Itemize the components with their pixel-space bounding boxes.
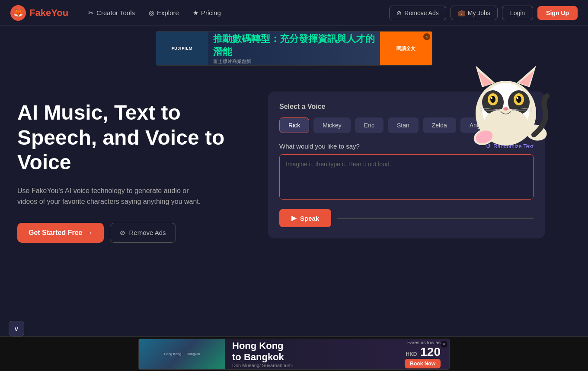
remove-ads-hero-icon: ⊘ [120,229,125,237]
navbar: 🦊 FakeYou ✂ Creator Tools ◎ Explore ★ Pr… [0,0,588,26]
voice-chip-mickey[interactable]: Mickey [313,117,351,133]
ad-fujifilm-content: 推動數碼轉型：充分發揮資訊與人才的潛能 富士膠片商業創新 [208,31,380,66]
svg-point-14 [516,96,521,103]
mascot [450,53,562,148]
remove-ads-hero-button[interactable]: ⊘ Remove Ads [110,223,176,243]
ad-fujifilm-cta-text: 閱讀全文 [396,45,415,52]
svg-point-16 [517,97,518,99]
nav-explore[interactable]: ◎ Explore [143,6,185,20]
audio-progress-bar [337,218,534,219]
ad-fujifilm-left: FUJIFILM [156,31,208,66]
pricing-icon: ★ [193,9,198,17]
hero-buttons: Get Started Free → ⊘ Remove Ads [17,223,242,243]
speak-row: ▶ Speak [279,209,534,227]
ad-bottom-fares-label: Fares as low as [407,340,441,345]
scroll-down-button[interactable]: ∨ [9,321,24,336]
ad-bottom-book-button[interactable]: Book Now [405,359,441,368]
svg-text:🦊: 🦊 [13,8,23,18]
svg-point-15 [491,97,492,99]
voice-chip-eric[interactable]: Eric [355,117,383,133]
mascot-image [450,53,562,148]
remove-ads-nav-button[interactable]: ⊘ Remove Ads [389,6,446,20]
nav-links: ✂ Creator Tools ◎ Explore ★ Pricing [82,6,389,20]
fujifilm-logo: FUJIFILM [172,46,193,51]
play-icon: ▶ [291,214,297,222]
logo[interactable]: 🦊 FakeYou [10,5,68,21]
ad-top-close-button[interactable]: × [423,33,430,40]
voice-chip-rick[interactable]: Rick [279,117,309,133]
ad-fujifilm-subtitle: 富士膠片商業創新 [213,58,375,65]
nav-pricing[interactable]: ★ Pricing [187,6,227,20]
arrow-right-icon: → [86,229,93,237]
hero-left: AI Music, Text to Speech, and Voice to V… [17,92,242,243]
ad-fujifilm-title: 推動數碼轉型：充分發揮資訊與人才的潛能 [213,32,375,58]
logo-icon: 🦊 [10,5,26,21]
ad-bottom-image: Hong Kong → Bangkok [139,339,225,370]
ad-bottom-title: Hong Kong to Bangkok [232,340,389,363]
hero-description: Use FakeYou's AI voice technology to gen… [17,185,208,207]
creator-tools-icon: ✂ [88,9,94,17]
hero-title: AI Music, Text to Speech, and Voice to V… [17,100,242,175]
voice-text-input[interactable] [279,154,534,200]
get-started-button[interactable]: Get Started Free → [17,223,104,243]
voice-chip-stan[interactable]: Stan [388,117,419,133]
speak-button[interactable]: ▶ Speak [279,209,331,227]
ad-bottom-image-text: Hong Kong → Bangkok [164,352,200,356]
ad-bottom-price: HKD 120 [406,345,441,359]
fujifilm-ad[interactable]: FUJIFILM 推動數碼轉型：充分發揮資訊與人才的潛能 富士膠片商業創新 閱讀… [156,31,432,66]
hero-section: AI Music, Text to Speech, and Voice to V… [0,66,588,256]
what-label: What would you like to say? [279,143,360,150]
nav-actions: ⊘ Remove Ads 💼 My Jobs Login Sign Up [389,6,578,20]
hongkong-bangkok-ad[interactable]: Hong Kong → Bangkok Hong Kong to Bangkok… [138,339,450,370]
ad-bottom-subtitle: Don Mueang/ Suvarnabhumi [232,363,389,368]
signup-button[interactable]: Sign Up [537,6,578,20]
chevron-down-icon: ∨ [14,325,19,333]
my-jobs-icon: 💼 [458,10,465,16]
ad-banner-bottom: Hong Kong → Bangkok Hong Kong to Bangkok… [0,336,588,371]
svg-point-17 [503,107,508,111]
my-jobs-button[interactable]: 💼 My Jobs [451,6,498,20]
ad-bottom-content: Hong Kong to Bangkok Don Mueang/ Suvarna… [225,339,396,370]
ad-bottom-close-button[interactable]: × [441,341,447,348]
login-button[interactable]: Login [502,6,533,20]
logo-text: FakeYou [29,7,68,19]
remove-ads-icon: ⊘ [396,10,402,16]
explore-icon: ◎ [149,9,154,17]
nav-creator-tools[interactable]: ✂ Creator Tools [82,6,141,20]
svg-point-13 [490,96,495,103]
